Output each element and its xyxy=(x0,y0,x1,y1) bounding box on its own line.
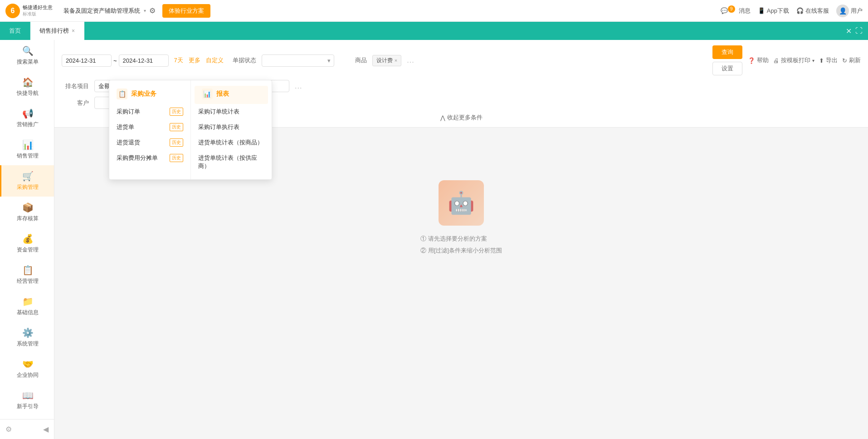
sidebar-item-purchase[interactable]: 🛒 采购管理 xyxy=(0,165,54,197)
message-icon: 💬 xyxy=(721,7,728,14)
goods-dots[interactable]: ... xyxy=(407,56,414,64)
dropdown-purchase-header: 📋 采购业务 xyxy=(109,86,190,104)
dropdown-report-col: 📊 报表 采购订单统计表 采购订单执行表 进货单统计表（按商品） 进货单统计表（… xyxy=(190,80,272,179)
help-button[interactable]: ❓ 帮助 xyxy=(748,56,769,64)
date-more-btn[interactable]: 更多 xyxy=(189,56,200,64)
collapse-label: 收起更多条件 xyxy=(447,113,483,122)
dropdown-item-inbound-return[interactable]: 进货退货 历史 xyxy=(109,135,190,150)
sidebar-item-search-menu[interactable]: 🔍 搜索菜单 xyxy=(0,40,54,71)
logo-area: 6 畅捷通好生意 标准版 xyxy=(5,4,60,18)
industry-button[interactable]: 体验行业方案 xyxy=(162,4,210,18)
online-service-button[interactable]: 🎧 在线客服 xyxy=(796,7,829,15)
purchase-expense-label: 采购费用分摊单 xyxy=(117,154,158,162)
print-arrow: ▾ xyxy=(812,58,814,63)
hint1-text: 请先选择要分析的方案 xyxy=(428,235,487,242)
set-button[interactable]: 设置 xyxy=(712,62,742,75)
dropdown-item-purchase-order[interactable]: 采购订单 历史 xyxy=(109,104,190,119)
sidebar-item-cooperation-label: 企业协同 xyxy=(17,371,39,379)
salesman-dots[interactable]: ... xyxy=(295,82,302,90)
tab-close-icon[interactable]: × xyxy=(72,28,75,34)
empty-hint-1: ① 请先选择要分析的方案 xyxy=(420,233,502,245)
sidebar-item-system-label: 系统管理 xyxy=(17,340,39,348)
receipt-status-select[interactable] xyxy=(262,54,334,67)
purchase-icon: 🛒 xyxy=(22,171,34,182)
quick-nav-icon: 🏠 xyxy=(22,77,34,88)
print-button[interactable]: 🖨 按模板打印 ▾ xyxy=(773,56,814,64)
inbound-return-history-badge: 历史 xyxy=(170,138,183,147)
sidebar-bottom: ⚙ ◀ xyxy=(0,419,54,439)
sidebar-settings-icon[interactable]: ⚙ xyxy=(5,425,12,434)
date-end-input[interactable] xyxy=(119,54,169,67)
user-avatar: 👤 xyxy=(836,5,849,17)
sidebar-item-quick-nav[interactable]: 🏠 快捷导航 xyxy=(0,71,54,103)
dropdown-item-purchase-order-exec[interactable]: 采购订单执行表 xyxy=(191,119,272,135)
purchase-order-history-badge: 历史 xyxy=(170,108,183,116)
report-header-icon: 📊 xyxy=(202,89,213,99)
user-button[interactable]: 👤 用户 xyxy=(836,5,863,17)
tab-maximize-icon[interactable]: ⛶ xyxy=(855,27,863,35)
sidebar-item-operation[interactable]: 📋 经营管理 xyxy=(0,259,54,291)
sidebar-item-newbie-label: 新手引导 xyxy=(17,403,39,410)
refresh-icon: ↻ xyxy=(842,57,847,64)
dropdown-item-purchase-order-stat[interactable]: 采购订单统计表 xyxy=(191,104,272,119)
operation-icon: 📋 xyxy=(22,265,34,276)
system-title-area: 装备及固定资产辅助管理系统 ▾ xyxy=(63,7,146,15)
dropdown-item-purchase-expense[interactable]: 采购费用分摊单 历史 xyxy=(109,150,190,166)
finance-icon: 💰 xyxy=(22,233,34,244)
sidebar-item-quick-nav-label: 快捷导航 xyxy=(17,89,39,97)
dropdown-report-header: 📊 报表 xyxy=(195,86,268,104)
sidebar-item-basic[interactable]: 📁 基础信息 xyxy=(0,291,54,322)
message-button[interactable]: 💬 9 消息 xyxy=(721,7,751,15)
user-label: 用户 xyxy=(851,7,863,15)
app-download-label: App下载 xyxy=(767,7,789,15)
print-icon: 🖨 xyxy=(773,57,779,64)
app-download-button[interactable]: 📱 App下载 xyxy=(758,7,789,15)
newbie-icon: 📖 xyxy=(22,390,34,401)
goods-chip-remove[interactable]: × xyxy=(395,58,397,63)
empty-icon: 🤖 xyxy=(439,180,484,226)
date-days-btn[interactable]: 7天 xyxy=(174,56,183,64)
sidebar-item-marketing[interactable]: 📢 营销推广 xyxy=(0,103,54,134)
sidebar-item-finance[interactable]: 💰 资金管理 xyxy=(0,228,54,259)
dropdown-item-inbound[interactable]: 进货单 历史 xyxy=(109,119,190,135)
help-label: 帮助 xyxy=(757,56,769,64)
settings-button[interactable]: ⚙ xyxy=(146,5,159,17)
sidebar: 🔍 搜索菜单 🏠 快捷导航 📢 营销推广 📊 销售管理 🛒 采购管理 📦 库存核… xyxy=(0,40,54,439)
export-button[interactable]: ⬆ 导出 xyxy=(819,56,838,64)
empty-hint-2: ② 用[过滤]条件来缩小分析范围 xyxy=(420,245,502,256)
date-custom-btn[interactable]: 自定义 xyxy=(206,56,224,64)
sidebar-item-newbie[interactable]: 📖 新手引导 xyxy=(0,385,54,416)
system-title-text: 装备及固定资产辅助管理系统 xyxy=(63,7,140,15)
sidebar-item-sales-label: 销售管理 xyxy=(17,152,39,160)
sidebar-item-inventory[interactable]: 📦 库存核算 xyxy=(0,197,54,228)
sidebar-item-system[interactable]: ⚙️ 系统管理 xyxy=(0,322,54,353)
rank-label: 排名项目 xyxy=(62,82,89,90)
toolbar-actions: ❓ 帮助 🖨 按模板打印 ▾ ⬆ 导出 ↻ 刷新 xyxy=(748,56,861,64)
sidebar-item-marketing-label: 营销推广 xyxy=(17,121,39,128)
sidebar-collapse-icon[interactable]: ◀ xyxy=(43,425,49,434)
tab-home[interactable]: 首页 xyxy=(0,22,30,40)
headset-icon: 🎧 xyxy=(796,7,804,14)
tab-bar-end: ✕ ⛶ xyxy=(846,22,868,40)
date-range: ~ xyxy=(62,54,169,67)
inbound-stat-supplier-label: 进货单统计表（按供应商） xyxy=(198,154,265,170)
tab-sales-rank[interactable]: 销售排行榜 × xyxy=(30,22,84,40)
tab-close-window-icon[interactable]: ✕ xyxy=(846,27,852,35)
sidebar-item-sales[interactable]: 📊 销售管理 xyxy=(0,134,54,165)
date-start-input[interactable] xyxy=(62,54,112,67)
filter-row-actions: 查询 设置 xyxy=(712,45,742,75)
dropdown-item-inbound-stat-goods[interactable]: 进货单统计表（按商品） xyxy=(191,135,272,150)
report-section-title: 报表 xyxy=(216,90,229,98)
tab-sales-rank-label: 销售排行榜 xyxy=(39,27,69,35)
sidebar-item-basic-label: 基础信息 xyxy=(17,309,39,316)
main-content: ~ 7天 更多 自定义 单据状态 商品 设计费 × xyxy=(54,40,868,439)
dropdown-item-inbound-stat-supplier[interactable]: 进货单统计表（按供应商） xyxy=(191,150,272,174)
logo-line1: 畅捷通好生意 xyxy=(23,4,53,10)
purchase-order-exec-label: 采购订单执行表 xyxy=(198,123,239,131)
collapse-button[interactable]: ⋀ 收起更多条件 xyxy=(440,113,483,122)
query-button[interactable]: 查询 xyxy=(712,45,742,59)
logo-char: 6 xyxy=(11,7,15,15)
filter-row-1: ~ 7天 更多 自定义 单据状态 商品 设计费 × xyxy=(62,45,861,75)
refresh-button[interactable]: ↻ 刷新 xyxy=(842,56,861,64)
sidebar-item-cooperation[interactable]: 🤝 企业协同 xyxy=(0,353,54,385)
